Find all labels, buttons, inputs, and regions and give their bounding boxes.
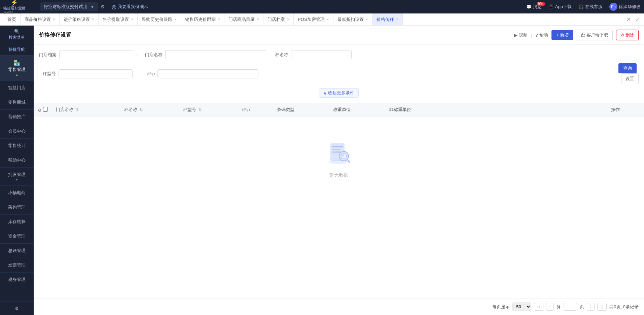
sidebar-item-finance[interactable]: 资金管理	[0, 229, 34, 244]
store-file-input[interactable]	[59, 50, 133, 59]
settings-config-button[interactable]: 设置	[621, 73, 639, 84]
user-icon: Ea	[609, 3, 617, 11]
online-service-button[interactable]: 🎧 在线客服	[578, 4, 603, 10]
tab-goods-price[interactable]: 商品价格设置 ×	[21, 13, 60, 26]
sidebar-settings-icon: ⚙	[15, 306, 19, 311]
tab-min-discount[interactable]: 最低折扣设置 ×	[333, 13, 372, 26]
main-layout: 🔍 搜索菜单 快捷导航 🏪 零售管理 ▲ 智慧门店 零售商城 营销推广 会员中心…	[0, 26, 644, 315]
version-selector[interactable]: 好业财标准版交付试用 ▼	[40, 2, 98, 11]
current-page-input[interactable]: 1	[564, 303, 577, 311]
prev-page-button[interactable]: ⟨	[546, 303, 554, 311]
sidebar-item-purchase[interactable]: 采购管理	[0, 200, 34, 215]
sidebar-item-retail-stats[interactable]: 零售统计	[0, 139, 34, 153]
table-header: ⚙ 门店名称 ⇅ 秤名称 ⇅ 秤型号 ⇅	[34, 103, 644, 116]
selector-arrow-icon: ▼	[90, 4, 95, 9]
logo-line1: 畅捷通好业财	[3, 6, 26, 10]
tab-close-purchase-history[interactable]: ×	[174, 17, 177, 22]
headset-icon: 🎧	[578, 4, 584, 9]
download-button[interactable]: 凸 客户端下载	[577, 30, 613, 40]
pagination: 每页显示 50 20 100 ⟨⟨ ⟨ 算 1 页 ⟩ ⟩⟩ 共0页, 0条记录	[34, 298, 644, 315]
select-all-checkbox[interactable]	[43, 107, 48, 112]
sidebar-settings-button[interactable]: ⚙	[0, 302, 34, 315]
tab-purchase-strategy[interactable]: 进价策略设置 ×	[60, 13, 99, 26]
collapse-button[interactable]: ∧ 收起更多条件	[319, 88, 359, 98]
message-icon: 💬	[526, 4, 532, 9]
video-icon: ▶	[514, 33, 517, 38]
sidebar-item-marketing[interactable]: 营销推广	[0, 110, 34, 124]
tab-pos-management[interactable]: POS加密管理 ×	[294, 13, 333, 26]
video-link[interactable]: ▶ 视频	[514, 32, 528, 38]
last-page-button[interactable]: ⟩⟩	[597, 303, 607, 311]
sidebar-item-help[interactable]: 帮助中心	[0, 153, 34, 168]
sidebar-item-retail-mall[interactable]: 零售商城	[0, 95, 34, 110]
sort-scale-name-icon[interactable]: ⇅	[139, 107, 143, 112]
tab-close-store-file[interactable]: ×	[287, 17, 289, 22]
first-page-button[interactable]: ⟨⟨	[534, 303, 543, 311]
scale-name-label: 秤名称	[272, 52, 288, 58]
sidebar-item-smart-store[interactable]: 智慧门店	[0, 81, 34, 95]
page-label-post: 页	[580, 304, 584, 310]
tab-close-min-discount[interactable]: ×	[366, 17, 368, 22]
tab-sale-price[interactable]: 售价提取设置 ×	[99, 13, 138, 26]
sidebar-item-tax[interactable]: 税务管理	[0, 273, 34, 287]
tab-close-sale-price[interactable]: ×	[131, 17, 133, 22]
tab-store-file[interactable]: 门店档案 ×	[263, 13, 294, 26]
filter-scale-model: 秤型号	[39, 69, 133, 78]
user-menu[interactable]: Ea 徐泽华修改	[609, 3, 641, 11]
tab-purchase-history[interactable]: 采购历史价跟踪 ×	[138, 13, 181, 26]
tab-close-goods-price[interactable]: ×	[53, 17, 55, 22]
tab-sales-history[interactable]: 销售历史价跟踪 ×	[181, 13, 224, 26]
table-settings-icon[interactable]: ⚙	[38, 108, 42, 113]
store-name-input[interactable]	[165, 50, 266, 59]
sidebar-item-general-ledger[interactable]: 总账管理	[0, 244, 34, 258]
message-button[interactable]: 💬 消息 99+	[526, 4, 542, 10]
tab-close-sales-history[interactable]: ×	[218, 17, 220, 22]
scale-model-input[interactable]	[59, 69, 133, 78]
sidebar-search[interactable]: 🔍 搜索菜单	[0, 26, 34, 44]
scale-name-input[interactable]	[291, 50, 352, 59]
tab-store-catalog[interactable]: 门店商品目录 ×	[224, 13, 263, 26]
tab-close-price-scale[interactable]: ×	[396, 17, 398, 22]
help-link[interactable]: ? 帮助	[535, 32, 548, 38]
sidebar-item-invoice[interactable]: 发票管理	[0, 258, 34, 273]
table-header-barcode-type: 条码类型	[273, 103, 329, 116]
retail-arrow-icon: ▲	[15, 73, 19, 76]
store-file-ellipsis-icon[interactable]: ···	[136, 52, 140, 57]
tab-close-purchase-strategy[interactable]: ×	[92, 17, 94, 22]
retail-icon: 🏪	[13, 60, 20, 66]
top-bar: ⚡ 畅捷通好业财 标准版 好业财标准版交付试用 ▼ ⚙ ◎ 我要看实例演示 💬 …	[0, 0, 644, 13]
tab-home[interactable]: 首页	[3, 13, 21, 26]
expand-tab-btn[interactable]: ⤢	[634, 16, 641, 23]
sidebar-item-member[interactable]: 会员中心	[0, 124, 34, 139]
demo-link[interactable]: ◎ 我要看实例演示	[110, 4, 148, 10]
sort-scale-model-icon[interactable]: ⇅	[198, 107, 202, 112]
empty-text: 暂无数据	[329, 172, 348, 178]
sort-store-name-icon[interactable]: ⇅	[75, 107, 79, 112]
sidebar-item-inventory[interactable]: 库存核算	[0, 215, 34, 229]
delete-button[interactable]: ⊘ 删除	[616, 30, 639, 40]
table-header-weight-unit: 称重单位	[329, 103, 385, 116]
tab-price-scale[interactable]: 价格传秤 ×	[372, 13, 403, 26]
sidebar-item-retail[interactable]: 🏪 零售管理 ▲	[0, 56, 34, 81]
next-page-button[interactable]: ⟩	[587, 303, 595, 311]
user-name: 徐泽华修改	[619, 4, 641, 10]
close-tab-btn[interactable]: ✕	[625, 16, 632, 23]
query-button[interactable]: 查询	[618, 63, 637, 73]
tab-close-pos-management[interactable]: ×	[327, 17, 329, 22]
sidebar-quicknav[interactable]: 快捷导航	[0, 44, 34, 56]
page-size-select[interactable]: 50 20 100	[512, 303, 531, 311]
top-right-actions: 💬 消息 99+ 📱 App下载 🎧 在线客服 Ea 徐泽华修改	[526, 3, 641, 11]
filter-row-2: 秤型号 秤ip 查询 设置	[39, 63, 639, 84]
sidebar-item-xiaochang[interactable]: 小畅电商	[0, 186, 34, 200]
add-button[interactable]: + 新增	[551, 30, 573, 40]
data-table: ⚙ 门店名称 ⇅ 秤名称 ⇅ 秤型号 ⇅	[34, 103, 644, 199]
search-icon: 🔍	[14, 29, 20, 34]
settings-gear-icon[interactable]: ⚙	[101, 4, 105, 9]
sidebar-item-wholesale[interactable]: 批发管理 ▼	[0, 168, 34, 186]
scale-ip-input[interactable]	[157, 69, 258, 78]
app-download-button[interactable]: 📱 App下载	[548, 4, 572, 10]
table-header-store-name: 门店名称 ⇅	[52, 103, 120, 116]
collapse-up-icon: ∧	[323, 91, 327, 96]
tab-close-store-catalog[interactable]: ×	[257, 17, 259, 22]
svg-rect-3	[332, 149, 340, 150]
